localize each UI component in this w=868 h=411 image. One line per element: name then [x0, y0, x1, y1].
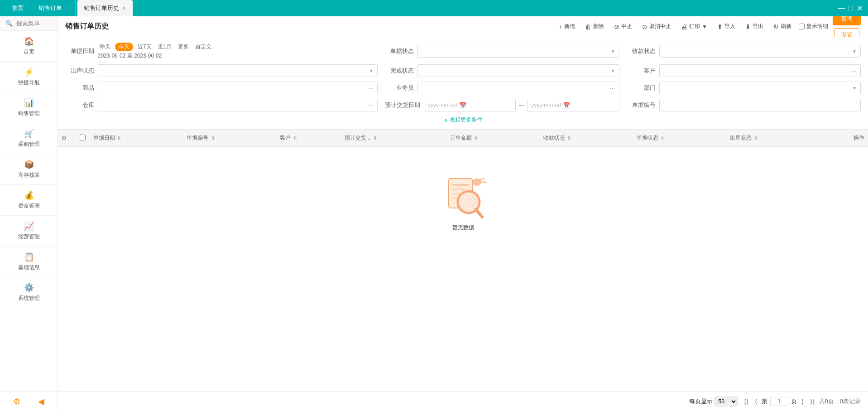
first-page-btn[interactable]: ⟨⟨ [742, 397, 750, 406]
th-outbound-status[interactable]: 出库状态 ⇅ [726, 130, 820, 147]
display-detail-checkbox[interactable]: 显示明细 [799, 23, 828, 30]
delivery-date-label: 预计交货日期 [385, 101, 420, 109]
sidebar-item-quick-nav[interactable]: ⚡ 快捷导航 [0, 62, 58, 92]
settings-bottom-icon[interactable]: ⚙ [13, 396, 20, 406]
calendar-end-icon[interactable]: 📅 [563, 102, 570, 109]
cancel-stop-button[interactable]: ⊙ 取消中止 [639, 21, 674, 32]
customer-dots-icon[interactable]: ··· [851, 67, 857, 74]
date-yesterday-btn[interactable]: 昨天 [98, 43, 112, 51]
date-1month-btn[interactable]: 近1月 [156, 43, 174, 51]
th-bill-status[interactable]: 单据状态 ⇅ [633, 130, 726, 147]
receipt-status-select[interactable]: ▼ [659, 45, 861, 58]
warehouse-input[interactable]: ··· [98, 99, 378, 111]
page-number-input[interactable] [770, 397, 788, 406]
salesperson-input[interactable]: ··· [417, 82, 619, 94]
basic-icon: 📋 [24, 252, 34, 262]
sidebar-item-system-label: 系统管理 [18, 295, 40, 302]
customer-input[interactable]: ··· [659, 64, 861, 77]
filter-row-2: 出库状态 ▼ 完成状态 ▼ 客户 ··· [65, 64, 861, 77]
complete-status-select[interactable]: ▼ [417, 64, 619, 77]
calendar-start-icon[interactable]: 📅 [459, 102, 466, 109]
tab-sales-order[interactable]: 销售订单 ✕ [32, 0, 76, 16]
stop-button[interactable]: ⊘ 中止 [611, 21, 635, 32]
th-delivery[interactable]: 预计交货... ⇅ [341, 130, 446, 147]
content-area: 销售订单历史 + 新增 🗑 删除 ⊘ 中止 ⊙ 取消中止 [58, 16, 868, 411]
th-customer[interactable]: 客户 ⇅ [276, 130, 340, 147]
delivery-date-end[interactable]: yyyy-mm-dd 📅 [527, 99, 619, 111]
new-button[interactable]: + 新增 [556, 21, 578, 32]
sidebar-search-bar[interactable]: 🔍 [0, 16, 58, 31]
date-label: 单据日期 [65, 47, 94, 55]
import-button[interactable]: ⬆ 导入 [715, 21, 738, 32]
display-detail-input[interactable] [799, 24, 805, 29]
new-label: 新增 [564, 23, 575, 30]
print-label: 打印 [689, 23, 700, 30]
th-number-label: 单据编号 [187, 135, 208, 141]
cancel-stop-label: 取消中止 [649, 23, 671, 30]
salesperson-dots-icon[interactable]: ··· [610, 84, 615, 92]
next-page-btn[interactable]: ⟩ [800, 397, 806, 406]
quick-nav-icon: ⚡ [24, 67, 34, 77]
sidebar-item-operation[interactable]: 📈 经营管理 [0, 216, 58, 247]
sidebar-item-system[interactable]: ⚙️ 系统管理 [0, 277, 58, 308]
date-7days-btn[interactable]: 近7天 [136, 43, 153, 51]
sidebar-item-finance[interactable]: 💰 资金管理 [0, 185, 58, 216]
warehouse-dots-icon[interactable]: ··· [368, 102, 374, 109]
filter-department: 部门 ▼ [627, 82, 861, 94]
th-settings[interactable]: ⚙ [58, 130, 76, 147]
tab-sales-order-history[interactable]: 销售订单历史 ✕ [77, 0, 133, 16]
filter-outbound-status: 出库状态 ▼ [65, 64, 378, 77]
page-label-text: 第 [762, 397, 767, 406]
filter-bill-status: 单据状态 ▼ [385, 45, 619, 58]
bill-number-input[interactable] [659, 99, 861, 111]
goods-input[interactable]: ··· [98, 82, 378, 94]
th-amount[interactable]: 订单金额 ⇅ [446, 130, 540, 147]
window-actions: — □ ✕ [838, 4, 863, 13]
th-amount-label: 订单金额 [450, 135, 472, 141]
last-page-btn[interactable]: ⟩⟩ [808, 397, 816, 406]
tab-home-label: 首页 [12, 4, 24, 12]
sidebar-item-purchase[interactable]: 🛒 采购管理 [0, 123, 58, 154]
tab-home[interactable]: 首页 [5, 0, 30, 16]
delivery-date-start[interactable]: yyyy-mm-dd 📅 [424, 99, 516, 111]
print-button[interactable]: 🖨 打印 ▼ [678, 21, 710, 32]
th-delivery-sort-icon: ⇅ [373, 135, 377, 140]
sidebar-item-basic[interactable]: 📋 基础信息 [0, 247, 58, 277]
date-more-btn[interactable]: 更多 [176, 43, 191, 51]
delete-button[interactable]: 🗑 删除 [582, 21, 607, 32]
stop-label: 中止 [621, 23, 632, 30]
window-close-icon[interactable]: ✕ [857, 4, 863, 13]
tab-sales-order-close[interactable]: ✕ [65, 5, 69, 11]
th-receipt-status[interactable]: 收款状态 ⇅ [540, 130, 633, 147]
prev-page-btn[interactable]: ⟨ [753, 397, 759, 406]
page-size-dropdown[interactable]: 50 20 100 [715, 396, 738, 406]
collapse-up-icon: ∧ [444, 117, 448, 123]
refresh-button[interactable]: ↻ 刷新 [771, 21, 794, 32]
sidebar-item-sales[interactable]: 📊 销售管理 [0, 92, 58, 123]
sidebar-item-home[interactable]: 🏠 首页 [0, 31, 58, 62]
tab-sales-order-history-close[interactable]: ✕ [122, 5, 126, 11]
department-select[interactable]: ▼ [659, 82, 861, 94]
sidebar-bottom: ⚙ ◀ [0, 392, 58, 411]
svg-line-6 [476, 209, 482, 217]
export-button[interactable]: ⬇ 导出 [743, 21, 766, 32]
print-icon: 🖨 [681, 23, 687, 30]
minimize-icon[interactable]: — [838, 4, 845, 12]
sidebar-item-inventory[interactable]: 📦 库存核算 [0, 154, 58, 185]
goods-dots-icon[interactable]: ··· [368, 84, 374, 92]
th-date[interactable]: 单据日期 ⇅ [90, 130, 183, 147]
query-button[interactable]: 查询 [833, 16, 861, 25]
select-all-checkbox[interactable] [80, 135, 86, 140]
th-checkbox[interactable] [76, 130, 90, 147]
page-size-label: 每页显示 [689, 397, 713, 406]
collapse-sidebar-icon[interactable]: ◀ [38, 396, 44, 406]
date-today-btn[interactable]: 今天 [115, 43, 133, 51]
outbound-status-select[interactable]: ▼ [98, 64, 378, 77]
restore-icon[interactable]: □ [849, 4, 853, 12]
bill-status-select[interactable]: ▼ [417, 45, 619, 58]
th-number[interactable]: 单据编号 ⇅ [183, 130, 276, 147]
collapse-filter-button[interactable]: ∧ 收起更多条件 [65, 116, 861, 124]
delivery-date-end-placeholder: yyyy-mm-dd [531, 102, 561, 108]
date-custom-btn[interactable]: 自定义 [193, 43, 213, 51]
pagination: ⟨⟨ ⟨ 第 页 ⟩ ⟩⟩ 共0页，0条记录 [742, 397, 861, 406]
